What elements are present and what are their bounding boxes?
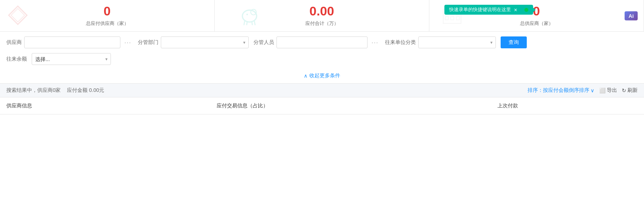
filter-supplier: 供应商 ··· xyxy=(6,36,133,48)
table-header: 供应商信息 应付交易信息（占比） 上次付款 xyxy=(0,97,644,114)
col-header-supplier-info: 供应商信息 xyxy=(6,102,217,109)
svg-point-8 xyxy=(246,13,248,15)
balance-select[interactable]: 选择... xyxy=(32,53,111,65)
unit-category-select-wrapper: ▾ xyxy=(418,36,496,48)
tooltip-text: 快速录单的快捷键说明在这里 xyxy=(449,6,511,13)
stat-payable-total-label: 应付合计（万） xyxy=(305,20,339,27)
export-button[interactable]: ⬜ 导出 xyxy=(599,87,617,94)
unit-category-label: 往来单位分类 xyxy=(385,39,416,46)
balance-label: 往来余额 xyxy=(6,55,27,63)
svg-line-4 xyxy=(244,21,245,25)
col-header-last-payment: 上次付款 xyxy=(497,102,638,109)
refresh-label: 刷新 xyxy=(627,87,638,94)
svg-point-2 xyxy=(242,10,257,22)
svg-line-7 xyxy=(254,21,255,25)
stat-total-suppliers-label: 总供应商（家） xyxy=(520,20,553,27)
svg-rect-13 xyxy=(445,17,448,20)
filter-unit-category: 往来单位分类 ▾ xyxy=(385,36,496,48)
quick-entry-tooltip: 快速录单的快捷键说明在这里 × xyxy=(444,5,533,15)
table-body xyxy=(0,114,644,204)
svg-line-6 xyxy=(252,21,252,25)
refresh-icon: ↻ xyxy=(622,88,626,93)
amount-label: 应付金额 0.00元 xyxy=(67,87,104,94)
suppliers-count: 搜索结果中，供应商0家 xyxy=(6,87,61,94)
person-dots-btn[interactable]: ··· xyxy=(370,39,380,46)
dept-select-wrapper: ▾ xyxy=(161,36,249,48)
tooltip-close-btn[interactable]: × xyxy=(514,7,517,13)
stat-payable-total-value: 0.00 xyxy=(309,4,334,18)
dept-select[interactable] xyxy=(161,36,249,48)
collapse-btn[interactable]: ∧ 收起更多条件 xyxy=(304,72,340,79)
filter-person: 分管人员 ··· xyxy=(253,36,380,48)
results-left: 搜索结果中，供应商0家 应付金额 0.00元 xyxy=(6,87,104,94)
balance-select-wrapper: 选择... ▾ xyxy=(32,53,111,65)
results-right: 排序：按应付会额倒序排序 ∨ ⬜ 导出 ↻ 刷新 xyxy=(528,87,638,94)
results-bar: 搜索结果中，供应商0家 应付金额 0.00元 排序：按应付会额倒序排序 ∨ ⬜ … xyxy=(0,84,644,97)
supplier-input[interactable] xyxy=(24,36,120,48)
supplier-label: 供应商 xyxy=(6,39,22,46)
collapse-bar: ∧ 收起更多条件 xyxy=(6,70,638,83)
person-label: 分管人员 xyxy=(253,39,274,46)
export-label: 导出 xyxy=(607,87,617,94)
collapse-label: 收起更多条件 xyxy=(309,72,340,79)
filter-row-1: 供应商 ··· 分管部门 ▾ 分管人员 ··· 往来单位分类 xyxy=(6,36,638,48)
sort-button[interactable]: 排序：按应付会额倒序排序 ∨ xyxy=(528,87,594,94)
refresh-button[interactable]: ↻ 刷新 xyxy=(622,87,638,94)
supplier-dots-btn[interactable]: ··· xyxy=(123,39,133,46)
person-input[interactable] xyxy=(276,36,368,48)
filter-row-2: 往来余额 选择... ▾ xyxy=(6,53,638,65)
sort-label: 排序：按应付会额倒序排序 xyxy=(528,87,589,94)
ai-button[interactable]: Ai xyxy=(625,11,638,20)
collapse-arrow-icon: ∧ xyxy=(304,73,308,79)
sort-arrow-icon: ∨ xyxy=(591,88,594,93)
filter-dept: 分管部门 ▾ xyxy=(138,36,249,48)
dept-label: 分管部门 xyxy=(138,39,158,46)
svg-rect-14 xyxy=(451,17,454,20)
stat-payable-suppliers-value: 0 xyxy=(104,4,111,18)
col-header-transaction-info: 应付交易信息（占比） xyxy=(217,102,497,109)
query-button[interactable]: 查询 xyxy=(501,36,527,48)
svg-line-5 xyxy=(247,21,247,25)
svg-rect-15 xyxy=(456,17,459,20)
stat-payable-total: 0.00 应付合计（万） xyxy=(215,0,429,31)
filter-bar: 供应商 ··· 分管部门 ▾ 分管人员 ··· 往来单位分类 xyxy=(0,32,644,84)
stat-total-payable-suppliers: 0 总应付供应商（家） xyxy=(0,0,215,31)
unit-category-select[interactable] xyxy=(418,36,496,48)
export-icon: ⬜ xyxy=(599,88,606,93)
tooltip-dot xyxy=(524,8,528,12)
stat-payable-suppliers-label: 总应付供应商（家） xyxy=(86,20,129,27)
